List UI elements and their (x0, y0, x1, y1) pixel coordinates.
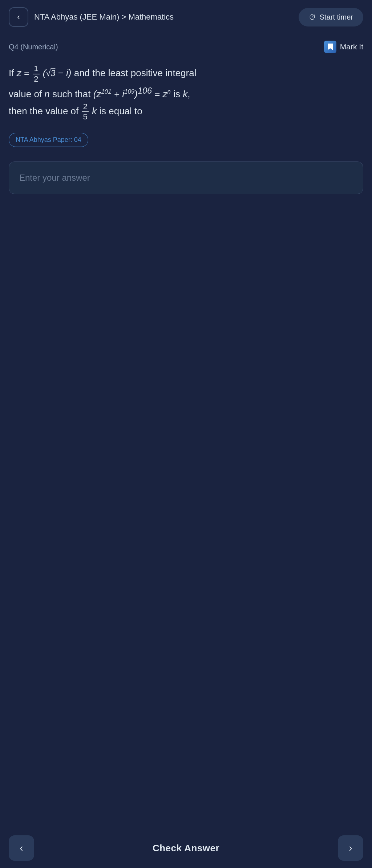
check-answer-button[interactable]: Check Answer (131, 836, 241, 860)
answer-section (0, 158, 372, 205)
prev-icon: ‹ (20, 842, 23, 854)
next-button[interactable]: › (338, 835, 363, 861)
main-content (0, 205, 372, 824)
back-icon: ‹ (17, 12, 20, 22)
fraction-half: 1 2 (33, 64, 39, 84)
paper-tag: NTA Abhyas Paper: 04 (9, 133, 88, 147)
header-title: NTA Abhyas (JEE Main) > Mathematics (34, 12, 293, 22)
timer-icon: ⏱ (309, 13, 316, 21)
answer-input[interactable] (19, 173, 353, 183)
start-timer-button[interactable]: ⏱ Start timer (299, 8, 363, 26)
header: ‹ NTA Abhyas (JEE Main) > Mathematics ⏱ … (0, 0, 372, 34)
tag-row: NTA Abhyas Paper: 04 (0, 129, 372, 158)
bottom-nav: ‹ Check Answer › (0, 828, 372, 868)
question-label: Q4 (Numerical) (9, 43, 58, 51)
question-body: If z = 1 2 (√3 − i) and the least positi… (0, 57, 372, 129)
mark-it-label: Mark It (340, 42, 363, 51)
back-button[interactable]: ‹ (9, 7, 28, 27)
fraction-two-fifths: 2 5 (82, 102, 88, 122)
start-timer-label: Start timer (320, 13, 353, 21)
next-icon: › (349, 842, 352, 854)
prev-button[interactable]: ‹ (9, 835, 34, 861)
bookmark-icon (324, 41, 336, 53)
mark-it-button[interactable]: Mark It (324, 41, 363, 53)
answer-input-box (9, 161, 363, 194)
question-header: Q4 (Numerical) Mark It (0, 34, 372, 57)
check-answer-label: Check Answer (153, 843, 219, 853)
